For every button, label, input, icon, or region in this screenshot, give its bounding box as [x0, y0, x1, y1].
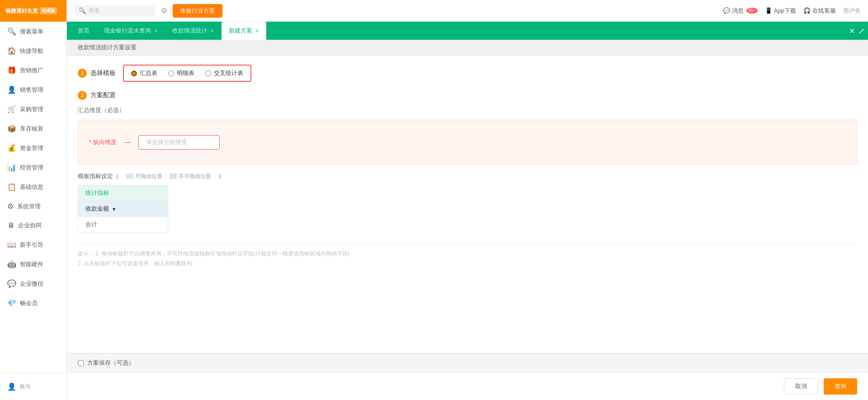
dimension-title: 汇总维度（必选）: [78, 106, 857, 114]
dimension-area: * 纵向维度 — 请选择分组维度: [78, 120, 857, 165]
sidebar-icon-wechat: 💬: [7, 279, 16, 288]
step1-section: 1 选择模板 汇总表 明细表 交: [78, 65, 857, 82]
sidebar-icon-basic-info: 📋: [7, 183, 16, 191]
sidebar-icon-system: ⚙: [7, 202, 14, 211]
legend-movable-label: 可拖动位置: [135, 173, 162, 180]
radio-cross-label: 交叉统计表: [214, 69, 243, 77]
tab-new-plan[interactable]: 新建方案✕: [222, 22, 266, 40]
sidebar-avatar-label: 账号: [20, 383, 31, 391]
tab-home[interactable]: 首页: [71, 22, 97, 40]
sidebar-item-inventory[interactable]: 📦 库存核算: [0, 119, 66, 138]
sidebar-bottom: 👤 账号: [0, 373, 66, 400]
sidebar-item-sales[interactable]: 👤 销售管理: [0, 80, 66, 99]
topbar-right: 💬 消息 99+ 📱 App下载 🎧 在线客服 用户名: [723, 7, 861, 15]
indicator-legend: 可拖动位置 不可拖动位置: [126, 173, 211, 180]
sidebar-item-purchase[interactable]: 🛒 采购管理: [0, 99, 66, 119]
sidebar-item-finance[interactable]: 💰 资金管理: [0, 138, 66, 158]
sidebar-icon-search-menu: 🔍: [7, 27, 16, 36]
tip2-text: 2. 点击标题栏下拉可设置排序、插入列和删除列: [78, 259, 857, 269]
radio-summary-label: 汇总表: [140, 69, 157, 77]
indicator-close-paren: ）: [218, 172, 224, 180]
sidebar-item-member[interactable]: 💎 畅会员: [0, 293, 66, 313]
sidebar-item-avatar[interactable]: 👤 账号: [0, 377, 66, 396]
sidebar-item-wechat[interactable]: 💬 企业微信: [0, 274, 66, 293]
indicator-table-header: 统计指标: [78, 185, 168, 201]
message-label: 消息: [732, 7, 744, 15]
step1-number: 1: [78, 69, 87, 78]
sidebar-item-hardware[interactable]: 🤖 智能硬件: [0, 254, 66, 274]
step1-header: 1 选择模板 汇总表 明细表 交: [78, 65, 857, 82]
dimension-select[interactable]: 请选择分组维度: [138, 135, 220, 150]
sidebar-label-inventory: 库存核算: [20, 125, 43, 133]
tab-collection-stat[interactable]: 收款情况统计✕: [165, 22, 222, 40]
service-icon: 🎧: [803, 7, 811, 14]
topbar-left: 🔍 搜索 ⚙ 体验行业方案: [74, 4, 222, 18]
sidebar-label-finance: 资金管理: [20, 144, 43, 152]
service-area[interactable]: 🎧 在线客服: [803, 7, 836, 15]
sidebar-label-wechat: 企业微信: [20, 280, 43, 288]
indicator-header: 模板指标设定（ 可拖动位置 不可拖动位置: [78, 172, 857, 180]
query-button[interactable]: 查询: [824, 378, 857, 395]
sidebar-icon-quick-nav: 🏠: [7, 47, 16, 55]
service-label: 在线客服: [812, 7, 836, 15]
radio-detail-input[interactable]: [168, 71, 174, 76]
step2-number: 2: [78, 91, 87, 100]
avatar-icon: 👤: [7, 382, 16, 391]
trial-button[interactable]: 体验行业方案: [173, 4, 222, 18]
save-checkbox[interactable]: [78, 360, 84, 366]
config-section: 汇总维度（必选） * 纵向维度 — 请选择分组维度: [78, 106, 857, 268]
expand-window-icon[interactable]: ⤢: [859, 27, 864, 35]
sidebar-item-marketing[interactable]: 🎁 营销推广: [0, 61, 66, 80]
main-area: 🔍 搜索 ⚙ 体验行业方案 💬 消息 99+ 📱 App下载 🎧 在线客服 用户…: [67, 0, 868, 400]
sidebar-item-cooperation[interactable]: 🖥 企业协同: [0, 216, 66, 235]
sidebar-icon-cooperation: 🖥: [7, 221, 14, 230]
sidebar-label-system: 系统管理: [17, 202, 41, 211]
sidebar-label-hardware: 智能硬件: [20, 260, 43, 268]
radio-cross-input[interactable]: [205, 71, 211, 76]
download-area[interactable]: 📱 App下载: [765, 7, 796, 15]
sidebar-label-member: 畅会员: [20, 299, 38, 307]
tab-bar: 首页现金银行流水查询✕收款情况统计✕新建方案✕ ✕ ⤢: [67, 22, 868, 40]
tab-label-bank-flow: 现金银行流水查询: [104, 27, 151, 35]
search-bar[interactable]: 🔍 搜索: [74, 5, 156, 16]
sidebar-icon-sales: 👤: [7, 85, 16, 94]
page-breadcrumb: 收款情况统计方案设置: [67, 40, 868, 56]
sidebar-item-guide[interactable]: 📖 新手引导: [0, 235, 66, 254]
sidebar-label-cooperation: 企业协同: [18, 221, 42, 230]
indicator-table-footer: 合计: [78, 216, 168, 232]
indicator-dropdown-icon[interactable]: ▾: [113, 206, 116, 212]
user-name[interactable]: 用户名: [843, 7, 861, 15]
content-area: 收款情况统计方案设置 1 选择模板 汇总表 明细表: [67, 40, 868, 400]
message-area[interactable]: 💬 消息 99+: [723, 7, 758, 15]
sidebar-label-search-menu: 搜索菜单: [20, 28, 43, 36]
step1-label: 选择模板: [90, 69, 116, 77]
sidebar-icon-inventory: 📦: [7, 124, 16, 133]
sidebar-icon-hardware: 🤖: [7, 260, 16, 268]
tab-bank-flow[interactable]: 现金银行流水查询✕: [97, 22, 165, 40]
gear-icon[interactable]: ⚙: [161, 6, 167, 15]
sidebar-icon-member: 💎: [7, 299, 16, 307]
legend-fixed-box: [170, 174, 177, 179]
tab-close-new-plan[interactable]: ✕: [255, 28, 259, 34]
radio-cross[interactable]: 交叉统计表: [205, 69, 243, 77]
sidebar-label-sales: 销售管理: [20, 86, 43, 94]
tab-close-bank-flow[interactable]: ✕: [154, 28, 158, 34]
close-window-icon[interactable]: ✕: [849, 27, 855, 35]
cancel-button[interactable]: 取消: [784, 378, 818, 395]
sidebar-icon-operations: 📊: [7, 163, 16, 172]
radio-summary-input[interactable]: [131, 71, 137, 76]
dimension-placeholder: 请选择分组维度: [146, 139, 187, 146]
radio-summary[interactable]: 汇总表: [131, 69, 157, 77]
indicator-table-row[interactable]: 收款金额 ▾: [78, 201, 168, 216]
sidebar-item-system[interactable]: ⚙ 系统管理: [0, 197, 66, 216]
sidebar-item-search-menu[interactable]: 🔍 搜索菜单: [0, 22, 66, 41]
action-buttons: 取消 查询: [67, 372, 868, 400]
sidebar-item-quick-nav[interactable]: 🏠 快捷导航: [0, 41, 66, 61]
search-icon: 🔍: [79, 7, 86, 14]
tab-close-collection-stat[interactable]: ✕: [210, 28, 214, 34]
radio-detail[interactable]: 明细表: [168, 69, 194, 77]
sidebar-item-basic-info[interactable]: 📋 基础信息: [0, 177, 66, 197]
sidebar-item-operations[interactable]: 📊 经营管理: [0, 158, 66, 177]
page-footer: 方案保存（可选）: [67, 353, 868, 372]
page-body: 1 选择模板 汇总表 明细表 交: [67, 56, 868, 353]
